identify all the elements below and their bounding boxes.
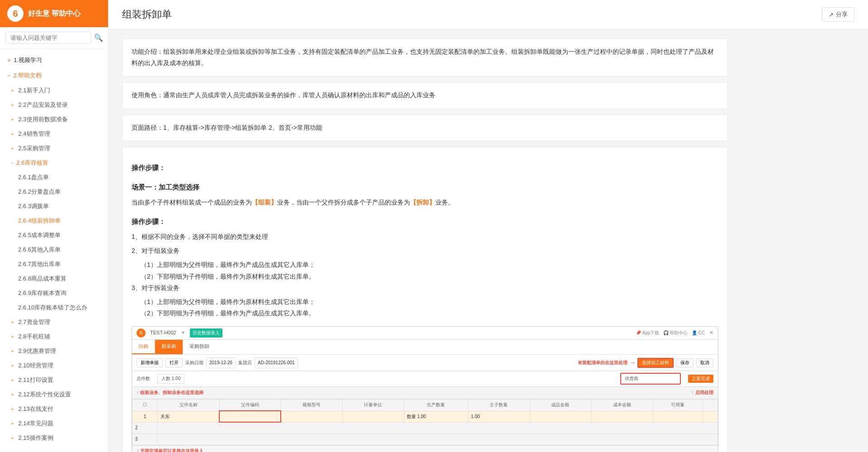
nav-item-video-learning[interactable]: + 1.视频学习 [0, 52, 108, 68]
th-sub-qty: 主子数量 [468, 400, 529, 411]
nav-sub-item-2.14[interactable]: + 2.14常见问题 [0, 416, 108, 431]
scenario-desc: 当由多个子件材料组装成一个成品的业务为【组装】业务，当由一个父件拆分成多个子产品… [132, 197, 718, 208]
nav-sub-item-2.3[interactable]: + 2.3使用前数据准备 [0, 112, 108, 127]
nav-sub-item-2.7[interactable]: + 2.7资金管理 [0, 315, 108, 329]
share-label: 分享 [836, 10, 848, 19]
mock-btn-add[interactable]: 新增单据 [137, 358, 163, 367]
td-1-unit [342, 411, 404, 422]
nav-label-2.6.6: 2.6.6其他入库单 [18, 246, 61, 254]
nav-sub-item-2.15[interactable]: + 2.15操作案例 [0, 431, 108, 445]
annotation-1-area: 有装配清单的在这里处理 → 选择加工材料 [578, 357, 674, 368]
logo-icon: 6 [7, 5, 24, 22]
share-button[interactable]: ↗ 分享 [822, 7, 854, 22]
table-row-2: 2 [132, 422, 718, 433]
expand-icon-2.15: + [11, 435, 14, 441]
nav-sub-item-2.2[interactable]: + 2.2产品安装及登录 [0, 98, 108, 112]
nav-sub-item-2.6.1[interactable]: 2.6.1盘点单 [0, 170, 108, 185]
nav-label-2.10: 2.10经营管理 [18, 362, 53, 370]
mock-btn-open[interactable]: 打开 [165, 358, 183, 367]
nav-label-2.6: 2.6库存核算 [16, 159, 48, 167]
nav-label-2.12: 2.12系统个性化设置 [18, 390, 71, 399]
step-1: 1、根据不同的业务，选择不同单据的类型来处理 [132, 231, 718, 243]
nav-sub-item-2.1[interactable]: + 2.1新手入门 [0, 83, 108, 98]
nav-sub-item-2.10[interactable]: + 2.10经营管理 [0, 358, 108, 373]
topbar-btn: 历史数据录入 [190, 328, 222, 338]
nav-sub-section-2: + 2.1新手入门 + 2.2产品安装及登录 + 2.3使用前数据准备 + 2.… [0, 83, 108, 445]
nav-label-2.2: 2.2产品安装及登录 [18, 101, 67, 109]
mock-upper-table: ☐ 父件名称 父件编码 规格型号 计量单位 生产数量 主子数量 成品金额 成本金… [132, 399, 718, 445]
mock-tab-zigo[interactable]: 自购 [132, 340, 155, 354]
nav-label-2.3: 2.3使用前数据准备 [18, 115, 67, 124]
topbar-icons: 📌 App下载 🎧 帮助中心 👤 CC [636, 329, 705, 337]
search-button[interactable]: 🔍 [94, 33, 103, 42]
sidebar-header: 6 好生意 帮助中心 [0, 0, 108, 27]
nav-sub-item-2.6.8[interactable]: 2.6.8商品成本重算 [0, 271, 108, 286]
nav-sub-item-2.6.6[interactable]: 2.6.6其他入库单 [0, 243, 108, 257]
mock-annotations-row: ↑ 组装业务、拆卸业务在这里选择 ↑ 启用处理 [132, 387, 718, 399]
expand-icon-2.9: + [11, 348, 14, 354]
nav-sub-item-2.5[interactable]: + 2.5采购管理 [0, 141, 108, 156]
main-content: 组装拆卸单 ↗ 分享 功能介绍：组装拆卸单用来处理企业组装或拆卸等加工业务，支持… [108, 0, 868, 452]
nav-label-2.6.10: 2.6.10库存账本错了怎么办 [18, 304, 87, 312]
nav-sub-item-2.6.2[interactable]: 2.6.2分量盘点单 [0, 185, 108, 199]
nav-sub-item-2.6[interactable]: − 2.6库存核算 [0, 156, 108, 170]
nav-sub-item-2.4[interactable]: + 2.4销售管理 [0, 127, 108, 141]
steps-subtitle: 操作步骤： [132, 215, 718, 228]
td-2-empty [158, 422, 718, 433]
th-checkbox: ☐ [132, 400, 158, 411]
search-input[interactable] [5, 32, 91, 44]
mock-btn-cancel[interactable]: 取消 [696, 358, 713, 367]
nav-sub-item-2.6.4[interactable]: 2.6.4组装拆卸单 [0, 214, 108, 228]
topbar-sep: ▼ [180, 328, 185, 338]
annotation-1-arrow: → [629, 357, 636, 368]
td-1-ops [703, 411, 717, 422]
close-icon: ✕ [709, 328, 713, 338]
nav-label-2.7: 2.7资金管理 [18, 318, 50, 326]
nav-sub-item-2.6.3[interactable]: 2.6.3调拨单 [0, 199, 108, 214]
nav-sub-item-2.12[interactable]: + 2.12系统个性化设置 [0, 387, 108, 402]
nav-sub-item-2.6.10[interactable]: 2.6.10库存账本错了怎么办 [0, 300, 108, 315]
step-2-sub-2: （2）下部明细为子件明细，最终作为原材料生成其它出库单。 [132, 271, 718, 282]
nav-label-2.9: 2.9优惠券管理 [18, 347, 56, 355]
nav-label-2.6.7: 2.6.7其他出库单 [18, 260, 61, 268]
nav-sub-item-2.13[interactable]: + 2.13在线支付 [0, 402, 108, 416]
step-3: 3、对于拆装业务 [132, 282, 718, 294]
nav-label-2.6.3: 2.6.3调拨单 [18, 202, 49, 210]
annotation-4-text: ↑ 启用处理 [692, 389, 713, 397]
td-1-prod-amt [529, 411, 591, 422]
nav-item-help-docs[interactable]: − 2.帮助文档 [0, 68, 108, 83]
nav-section: + 1.视频学习 − 2.帮助文档 + 2.1新手入门 + 2.2产品安装及登录… [0, 49, 108, 452]
mock-toolbar: 新增单据 打开 采购日期 2019-12-26 集团店 AD-20191226-… [132, 355, 718, 371]
nav-label-1: 1.视频学习 [14, 56, 42, 64]
th-parent-name: 父件名称 [158, 400, 219, 411]
nav-sub-item-2.11[interactable]: + 2.11打印设置 [0, 373, 108, 387]
app-logo-icon: 6 [137, 328, 146, 338]
annotation-1-text: 有装配清单的在这里处理 [578, 359, 627, 367]
mock-tab-disassemble[interactable]: 采购拆卸 [183, 340, 216, 354]
nav-sub-item-2.9[interactable]: + 2.9优惠券管理 [0, 344, 108, 358]
search-bar: 🔍 [0, 27, 108, 49]
content-header: 组装拆卸单 ↗ 分享 [108, 0, 868, 29]
annotation-3-text: ↑ 组装业务、拆卸业务在这里选择 [137, 389, 203, 397]
td-1-check: 1 [132, 411, 158, 422]
nav-sub-item-2.8[interactable]: + 2.8手机旺辅 [0, 329, 108, 344]
mock-confirm-btn[interactable]: 立案完成 [688, 375, 713, 383]
th-spec: 规格型号 [281, 400, 342, 411]
mock-btn-save[interactable]: 保存 [676, 358, 693, 367]
td-3-check: 3 [132, 433, 158, 445]
nav-sub-item-2.6.7[interactable]: 2.6.7其他出库单 [0, 257, 108, 271]
annotation-4-area: ↑ 启用处理 [692, 389, 713, 397]
mock-upper-table-wrapper: ☐ 父件名称 父件编码 规格型号 计量单位 生产数量 主子数量 成品金额 成本金… [132, 399, 718, 445]
expand-icon-2.4: + [11, 131, 14, 137]
th-unit: 计量单位 [342, 400, 404, 411]
mock-btn-select-material[interactable]: 选择加工材料 [637, 358, 674, 368]
nav-sub-item-2.6.9[interactable]: 2.6.9库存账本查询 [0, 286, 108, 300]
nav-sub-item-2.6.5[interactable]: 2.6.5成本调整单 [0, 228, 108, 243]
expand-icon-2.8: + [11, 334, 14, 339]
td-1-spec [281, 411, 342, 422]
nav-label-2.6.9: 2.6.9库存账本查询 [18, 289, 66, 297]
td-1-code [219, 411, 281, 422]
td-1-prod-qty: 数量 1.00 [404, 411, 468, 422]
role-text: 使用角色：通常由生产人员或库管人员完成拆装业务的操作，库管人员确认原材料的出库和… [132, 90, 718, 101]
mock-tab-new[interactable]: 新采购 [155, 340, 183, 354]
